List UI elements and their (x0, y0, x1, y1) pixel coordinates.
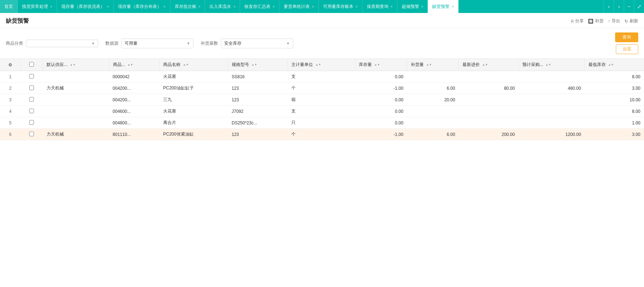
share-button[interactable]: ⎘ 分享 (571, 18, 584, 24)
replenish-base-filter-group: 补货基数 安全库存 ▼ (201, 39, 293, 48)
row-stock-3: 0.00 (355, 94, 407, 106)
nav-tab-collect-summary-close[interactable]: × (273, 5, 275, 9)
row-unit-6: 个 (288, 129, 355, 140)
nav-scroll-right[interactable]: › (614, 0, 624, 13)
sort-latest-price-icon[interactable]: ▲▼ (482, 63, 488, 66)
nav-tab-collect-summary[interactable]: 收发存汇总表 × (240, 0, 279, 13)
nav-tab-overstock[interactable]: 超储预警 × (397, 0, 428, 13)
row-code-2: 004200... (109, 83, 160, 94)
row-latest-price-2: 80.00 (459, 83, 518, 94)
row-supplier-1 (43, 71, 109, 83)
nav-tab-shortage-close[interactable]: × (452, 5, 454, 9)
row-min-stock-6: 3.00 (585, 129, 644, 140)
row-num-5: 5 (0, 117, 21, 129)
nav-tab-available-ledger[interactable]: 可用量库存账本 × (319, 0, 362, 13)
row-spec-1: SS816 (228, 71, 288, 83)
col-latest-price[interactable]: 最新进价 ▲▼ (459, 59, 518, 71)
row-replenish-1 (407, 71, 459, 83)
datasource-label: 数据源 (105, 40, 118, 47)
nav-tab-expiry-query[interactable]: 保质期查询 × (362, 0, 397, 13)
col-min-stock[interactable]: 最低库存 ▲▼ (585, 59, 644, 71)
sort-name-icon[interactable]: ▲▼ (183, 63, 189, 66)
filter-actions: 查询 设置 (615, 32, 638, 54)
row-est-purchase-3 (518, 94, 584, 106)
nav-tab-batch-account-close[interactable]: × (199, 5, 201, 9)
col-est-purchase-label: 预计采购... (522, 62, 543, 67)
nav-tab-inout-flow-close[interactable]: × (233, 5, 235, 9)
category-select[interactable]: ▼ (26, 40, 98, 47)
export-icon: ↑ (608, 19, 610, 24)
nav-tab-shortage[interactable]: 缺货预警 × (428, 0, 458, 13)
col-spec[interactable]: 规格型号 ▲▼ (228, 59, 288, 71)
row-checkbox-5[interactable] (21, 117, 43, 129)
nav-tab-stock-status-close[interactable]: × (107, 5, 109, 9)
row-name-4: 火花塞 (160, 106, 228, 117)
sort-code-icon[interactable]: ▲▼ (127, 63, 133, 66)
replenish-base-select[interactable]: 安全库存 ▼ (221, 39, 293, 48)
col-settings[interactable]: ⚙ (0, 59, 21, 71)
col-name[interactable]: 商品名称 ▲▼ (160, 59, 228, 71)
sort-spec-icon[interactable]: ▲▼ (252, 63, 257, 66)
row-supplier-4 (43, 106, 109, 117)
nav-tab-stock-dist[interactable]: 现存量（库存分布表） × (114, 0, 170, 13)
nav-tab-order-stats-close[interactable]: × (312, 5, 314, 9)
nav-tab-available-ledger-close[interactable]: × (356, 5, 358, 9)
table-row: 5 004800... 离合片 DS250*23c... 只 0.00 1.00 (0, 117, 644, 129)
nav-scroll-left[interactable]: ‹ (604, 0, 614, 13)
query-button[interactable]: 查询 (615, 32, 638, 42)
col-code[interactable]: 商品... ▲▼ (109, 59, 160, 71)
row-min-stock-1: 8.00 (585, 71, 644, 83)
nav-tab-expiry-query-close[interactable]: × (391, 5, 393, 9)
row-checkbox-4[interactable] (21, 106, 43, 117)
row-supplier-6: 力天机械 (43, 129, 109, 140)
nav-tab-overstock-label: 超储预警 (402, 4, 419, 10)
col-latest-price-label: 最新进价 (462, 62, 480, 67)
sort-replenish-icon[interactable]: ▲▼ (426, 63, 432, 66)
nav-tab-abnormal-close[interactable]: × (50, 5, 52, 9)
nav-tab-overstock-close[interactable]: × (421, 5, 423, 9)
row-checkbox-6[interactable] (21, 129, 43, 140)
col-est-purchase[interactable]: 预计采购... ▲▼ (518, 59, 584, 71)
gear-icon[interactable]: ⚙ (8, 62, 12, 67)
row-num-2: 2 (0, 83, 21, 94)
col-unit[interactable]: 主计量单位 ▲▼ (288, 59, 355, 71)
row-num-1: 1 (0, 71, 21, 83)
sort-stock-icon[interactable]: ▲▼ (374, 63, 380, 66)
row-num-4: 4 (0, 106, 21, 117)
col-name-label: 商品名称 (163, 62, 180, 67)
nav-tab-stock-dist-close[interactable]: × (164, 5, 166, 9)
category-label: 商品分类 (6, 40, 23, 47)
col-stock[interactable]: 库存量 ▲▼ (355, 59, 407, 71)
row-unit-5: 只 (288, 117, 355, 129)
nav-close-tab[interactable]: − (624, 0, 634, 13)
select-all-checkbox[interactable] (29, 62, 34, 67)
nav-tab-abnormal[interactable]: 拣货异常处理 × (18, 0, 57, 13)
sort-est-purchase-icon[interactable]: ▲▼ (545, 63, 551, 66)
col-replenish[interactable]: 补货量 ▲▼ (407, 59, 459, 71)
datasource-select[interactable]: 可用量 ▼ (121, 39, 193, 48)
row-num-6: 6 (0, 129, 21, 140)
refresh-button[interactable]: ↻ 刷新 (625, 18, 638, 24)
row-checkbox-3[interactable] (21, 94, 43, 106)
nav-tab-stock-status[interactable]: 现存量（库存状况表） × (57, 0, 114, 13)
settings-button[interactable]: 设置 (616, 44, 638, 54)
nav-tab-inout-flow[interactable]: 出入库流水 × (205, 0, 240, 13)
row-checkbox-1[interactable] (21, 71, 43, 83)
replenish-label: 补货 (595, 18, 604, 24)
sort-supplier-icon[interactable]: ▲▼ (70, 63, 76, 66)
nav-expand[interactable]: ⤢ (634, 0, 644, 13)
replenish-button[interactable]: 🔲 补货 (588, 18, 604, 24)
row-stock-2: -1.00 (355, 83, 407, 94)
row-min-stock-2: 3.00 (585, 83, 644, 94)
page-header: 缺货预警 ⎘ 分享 🔲 补货 ↑ 导出 ↻ 刷新 (0, 13, 644, 28)
nav-tab-order-stats[interactable]: 要货单统计表 × (279, 0, 319, 13)
export-button[interactable]: ↑ 导出 (608, 18, 620, 24)
sort-min-stock-icon[interactable]: ▲▼ (608, 63, 614, 66)
nav-tab-home[interactable]: 首页 (0, 0, 18, 13)
row-unit-4: 支 (288, 106, 355, 117)
sort-unit-icon[interactable]: ▲▼ (316, 63, 321, 66)
col-supplier[interactable]: 默认供应... ▲▼ (43, 59, 109, 71)
row-checkbox-2[interactable] (21, 83, 43, 94)
nav-tab-batch-account[interactable]: 库存批次账 × (170, 0, 205, 13)
nav-arrows: ‹ › − ⤢ (604, 0, 644, 13)
